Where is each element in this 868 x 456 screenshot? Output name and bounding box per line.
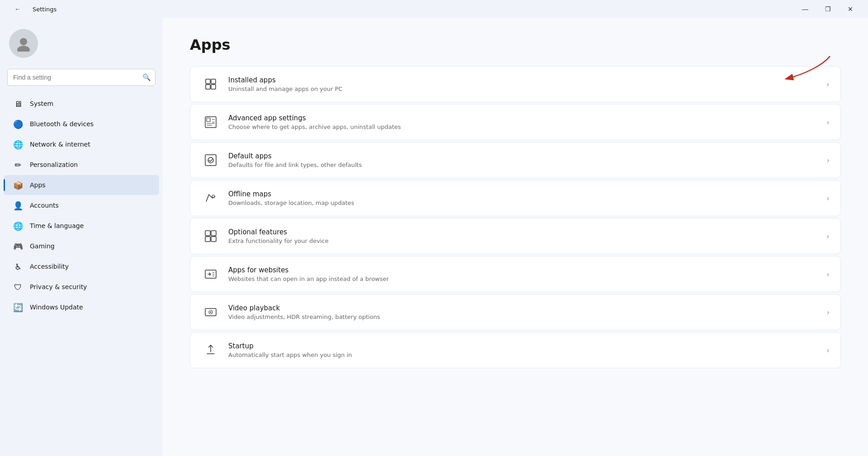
minimize-button[interactable]: — <box>795 2 816 16</box>
sidebar-label-privacy: Privacy & security <box>30 283 87 290</box>
advanced-app-settings-text: Advanced app settings Choose where to ge… <box>228 114 827 130</box>
installed-apps-desc: Uninstall and manage apps on your PC <box>228 86 827 92</box>
card-default-apps[interactable]: Default apps Defaults for file and link … <box>190 142 841 178</box>
card-startup[interactable]: Startup Automatically start apps when yo… <box>190 332 841 368</box>
sidebar-label-system: System <box>30 100 53 107</box>
svg-rect-7 <box>211 85 216 89</box>
svg-point-1 <box>17 46 30 52</box>
sidebar-item-gaming[interactable]: 🎮 Gaming <box>4 236 159 256</box>
svg-point-20 <box>210 312 212 313</box>
sidebar: 🔍 🖥 System 🔵 Bluetooth & devices 🌐 Netwo… <box>0 18 163 456</box>
personalization-icon: ✏️ <box>13 159 24 170</box>
chevron-apps-websites: › <box>827 270 830 279</box>
search-icon: 🔍 <box>142 73 151 81</box>
time-icon: 🌐 <box>13 220 24 231</box>
card-video-playback[interactable]: Video playback Video adjustments, HDR st… <box>190 294 841 330</box>
optional-features-title: Optional features <box>228 228 827 236</box>
optional-features-text: Optional features Extra functionality fo… <box>228 228 827 244</box>
chevron-startup: › <box>827 346 830 355</box>
card-optional-features[interactable]: Optional features Extra functionality fo… <box>190 218 841 254</box>
gaming-icon: 🎮 <box>13 241 24 252</box>
search-input[interactable] <box>7 69 156 86</box>
svg-rect-9 <box>207 118 210 122</box>
svg-rect-6 <box>206 85 210 89</box>
back-button[interactable]: ← <box>7 2 28 16</box>
restore-button[interactable]: ❐ <box>817 2 838 16</box>
card-advanced-app-settings[interactable]: Advanced app settings Choose where to ge… <box>190 104 841 140</box>
privacy-icon: 🛡 <box>13 281 24 292</box>
svg-rect-13 <box>205 231 210 236</box>
windows-update-icon: 🔄 <box>13 302 24 313</box>
sidebar-label-personalization: Personalization <box>30 161 78 168</box>
svg-rect-5 <box>211 79 216 84</box>
user-avatar-section <box>0 24 163 69</box>
installed-apps-title: Installed apps <box>228 76 827 84</box>
svg-rect-10 <box>205 155 216 166</box>
sidebar-label-bluetooth: Bluetooth & devices <box>30 120 94 128</box>
apps-for-websites-icon <box>201 265 220 284</box>
card-installed-apps[interactable]: Installed apps Uninstall and manage apps… <box>190 66 841 102</box>
sidebar-item-accessibility[interactable]: ♿ Accessibility <box>4 256 159 276</box>
sidebar-item-bluetooth[interactable]: 🔵 Bluetooth & devices <box>4 114 159 134</box>
sidebar-item-apps[interactable]: 📦 Apps <box>4 175 159 195</box>
default-apps-icon <box>201 151 220 170</box>
sidebar-nav: 🖥 System 🔵 Bluetooth & devices 🌐 Network… <box>0 93 163 318</box>
startup-icon <box>201 341 220 360</box>
optional-features-icon <box>201 227 220 246</box>
chevron-installed-apps: › <box>827 80 830 89</box>
chevron-advanced: › <box>827 118 830 127</box>
sidebar-label-time: Time & language <box>30 222 84 229</box>
sidebar-label-apps: Apps <box>30 181 46 189</box>
default-apps-title: Default apps <box>228 152 827 160</box>
bluetooth-icon: 🔵 <box>13 119 24 129</box>
page-title: Apps <box>190 36 841 53</box>
sidebar-item-personalization[interactable]: ✏️ Personalization <box>4 155 159 175</box>
chevron-default: › <box>827 156 830 165</box>
card-offline-maps[interactable]: Offline maps Downloads, storage location… <box>190 180 841 216</box>
accessibility-icon: ♿ <box>13 261 24 272</box>
search-box[interactable]: 🔍 <box>7 69 156 86</box>
sidebar-item-network[interactable]: 🌐 Network & internet <box>4 134 159 154</box>
svg-rect-14 <box>211 231 216 236</box>
video-playback-icon <box>201 303 220 322</box>
default-apps-desc: Defaults for file and link types, other … <box>228 162 827 168</box>
apps-for-websites-title: Apps for websites <box>228 266 827 274</box>
video-playback-text: Video playback Video adjustments, HDR st… <box>228 304 827 320</box>
startup-title: Startup <box>228 342 827 350</box>
offline-maps-text: Offline maps Downloads, storage location… <box>228 190 827 206</box>
sidebar-item-accounts[interactable]: 👤 Accounts <box>4 195 159 215</box>
svg-rect-4 <box>206 79 210 84</box>
advanced-app-settings-icon <box>201 113 220 132</box>
default-apps-text: Default apps Defaults for file and link … <box>228 152 827 168</box>
avatar <box>9 29 38 58</box>
startup-text: Startup Automatically start apps when yo… <box>228 342 827 358</box>
chevron-offline-maps: › <box>827 194 830 203</box>
sidebar-label-gaming: Gaming <box>30 242 55 250</box>
card-apps-for-websites[interactable]: Apps for websites Websites that can open… <box>190 256 841 292</box>
chevron-optional: › <box>827 232 830 241</box>
close-button[interactable]: ✕ <box>840 2 861 16</box>
main-content: Apps 1 2 <box>163 18 868 456</box>
svg-rect-16 <box>211 237 216 242</box>
apps-for-websites-text: Apps for websites Websites that can open… <box>228 266 827 282</box>
system-icon: 🖥 <box>13 98 24 109</box>
window-controls: — ❐ ✕ <box>795 2 861 16</box>
sidebar-label-windows-update: Windows Update <box>30 304 83 311</box>
installed-apps-text: Installed apps Uninstall and manage apps… <box>228 76 827 92</box>
chevron-video: › <box>827 308 830 317</box>
sidebar-item-time[interactable]: 🌐 Time & language <box>4 216 159 236</box>
startup-desc: Automatically start apps when you sign i… <box>228 352 827 358</box>
advanced-app-settings-title: Advanced app settings <box>228 114 827 122</box>
sidebar-item-system[interactable]: 🖥 System <box>4 94 159 114</box>
apps-icon: 📦 <box>13 180 24 190</box>
svg-rect-15 <box>205 237 210 242</box>
advanced-app-settings-desc: Choose where to get apps, archive apps, … <box>228 124 827 130</box>
sidebar-label-accounts: Accounts <box>30 202 59 209</box>
video-playback-desc: Video adjustments, HDR streaming, batter… <box>228 314 827 320</box>
sidebar-label-network: Network & internet <box>30 141 90 148</box>
title-bar: ← Settings — ❐ ✕ <box>0 0 868 18</box>
network-icon: 🌐 <box>13 139 24 150</box>
svg-point-0 <box>20 38 27 45</box>
sidebar-item-privacy[interactable]: 🛡 Privacy & security <box>4 277 159 297</box>
sidebar-item-windows-update[interactable]: 🔄 Windows Update <box>4 297 159 317</box>
